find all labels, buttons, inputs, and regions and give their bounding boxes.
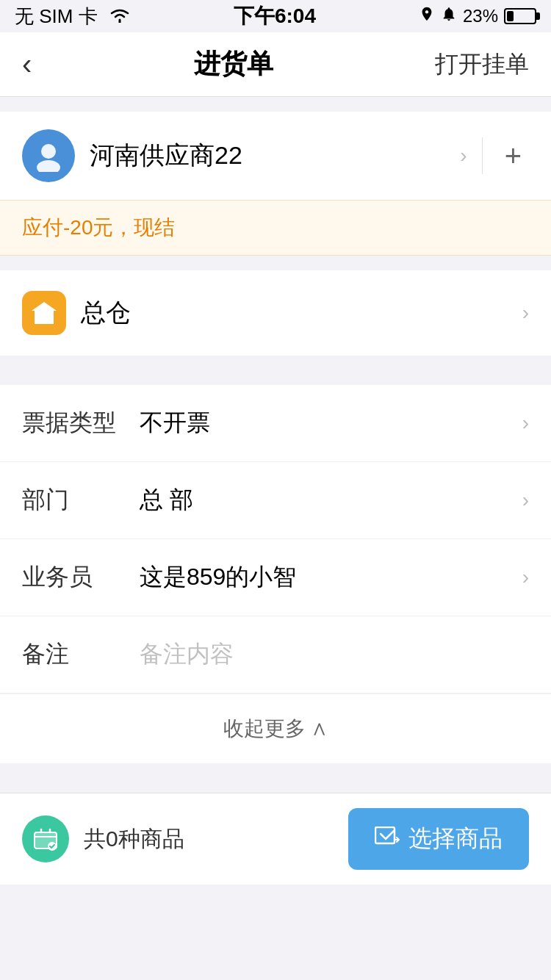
location-icon — [419, 6, 435, 26]
page-title: 进货单 — [194, 46, 273, 82]
invoice-type-value: 不开票 — [140, 407, 522, 439]
supplier-chevron-icon: › — [460, 144, 467, 167]
salesperson-key: 业务员 — [22, 561, 125, 594]
supplier-actions: › + — [460, 132, 529, 180]
form-section: 票据类型 不开票 › 部门 总 部 › 业务员 这是859的小智 › 备注 备注… — [0, 385, 551, 763]
warehouse-icon-wrap — [22, 291, 66, 335]
alarm-icon — [441, 6, 457, 26]
svg-point-1 — [37, 160, 60, 172]
remark-row[interactable]: 备注 备注内容 — [0, 616, 551, 693]
department-value: 总 部 — [140, 484, 522, 516]
warehouse-section: 总仓 › — [0, 270, 551, 356]
warehouse-chevron-icon: › — [522, 301, 529, 325]
add-supplier-button[interactable]: + — [497, 132, 529, 180]
status-time: 下午6:04 — [234, 2, 316, 30]
salesperson-chevron-icon: › — [522, 566, 529, 589]
collapse-button[interactable]: 收起更多 ∧ — [0, 693, 551, 763]
warehouse-row[interactable]: 总仓 › — [0, 270, 551, 356]
section-gap-4 — [0, 763, 551, 778]
warehouse-label: 总仓 — [81, 296, 522, 330]
invoice-type-row[interactable]: 票据类型 不开票 › — [0, 385, 551, 462]
product-icon-wrap — [22, 815, 69, 862]
wifi-icon — [109, 5, 131, 27]
product-count-text: 共0种商品 — [84, 824, 348, 854]
invoice-type-chevron-icon: › — [522, 411, 529, 435]
vertical-divider — [482, 137, 483, 174]
supplier-avatar — [22, 129, 75, 182]
page-background — [0, 884, 551, 980]
remark-value: 备注内容 — [140, 638, 529, 671]
svg-rect-6 — [375, 827, 395, 843]
supplier-section: 河南供应商22 › + 应付-20元，现结 — [0, 112, 551, 256]
select-product-icon — [375, 826, 400, 853]
status-right: 23% — [419, 6, 536, 26]
battery-icon — [504, 8, 536, 24]
bottom-bar: 共0种商品 选择商品 — [0, 793, 551, 884]
section-gap-3 — [0, 356, 551, 370]
nav-bar: ‹ 进货单 打开挂单 — [0, 32, 551, 97]
supplier-name: 河南供应商22 — [90, 139, 460, 173]
back-button[interactable]: ‹ — [22, 48, 32, 81]
svg-rect-3 — [40, 315, 48, 324]
remark-key: 备注 — [22, 638, 125, 671]
department-key: 部门 — [22, 484, 125, 516]
department-row[interactable]: 部门 总 部 › — [0, 462, 551, 539]
status-left: 无 SIM 卡 — [15, 4, 131, 29]
select-product-button[interactable]: 选择商品 — [348, 808, 529, 870]
battery-percent: 23% — [463, 6, 498, 26]
section-gap-1 — [0, 97, 551, 112]
supplier-row[interactable]: 河南供应商22 › + — [0, 112, 551, 200]
status-bar: 无 SIM 卡 下午6:04 23% — [0, 0, 551, 32]
salesperson-value: 这是859的小智 — [140, 561, 522, 594]
svg-point-0 — [41, 144, 56, 159]
notice-banner: 应付-20元，现结 — [0, 200, 551, 256]
sim-label: 无 SIM 卡 — [15, 5, 98, 27]
section-gap-2 — [0, 256, 551, 270]
select-product-label: 选择商品 — [408, 823, 503, 855]
department-chevron-icon: › — [522, 489, 529, 512]
open-pending-button[interactable]: 打开挂单 — [435, 48, 529, 81]
salesperson-row[interactable]: 业务员 这是859的小智 › — [0, 539, 551, 616]
invoice-type-key: 票据类型 — [22, 407, 125, 439]
collapse-label: 收起更多 ∧ — [223, 715, 328, 743]
